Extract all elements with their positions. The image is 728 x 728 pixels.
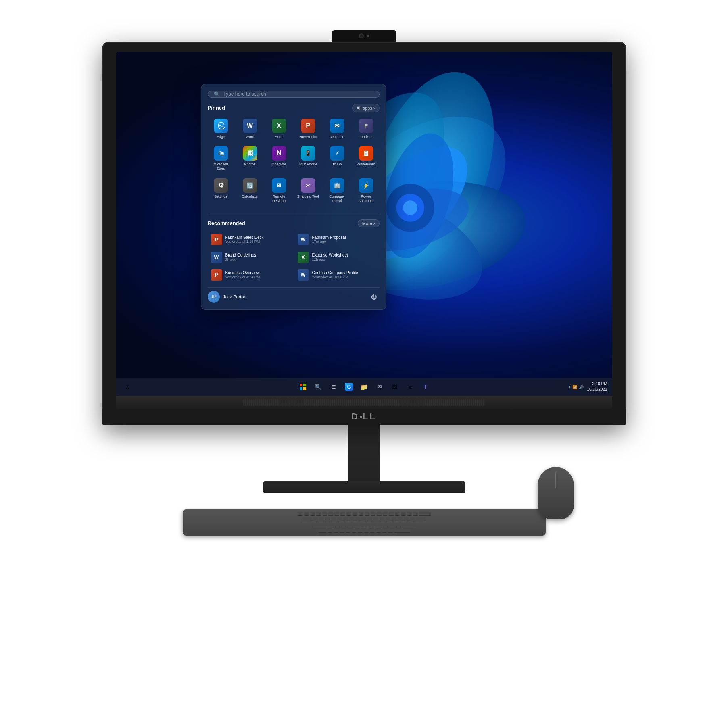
taskbar-chevron-up[interactable]: ∧	[121, 380, 134, 393]
rec-fabrikam-proposal[interactable]: W Fabrikam Proposal 17m ago	[294, 232, 380, 248]
key	[413, 512, 418, 516]
taskbar-mail[interactable]: ✉	[373, 380, 386, 393]
rec-expense[interactable]: X Expense Worksheet 12h ago	[294, 249, 380, 265]
whiteboard-icon: 📋	[359, 146, 373, 161]
rec-brand-guidelines-icon: W	[211, 252, 222, 263]
webcam-bar	[332, 30, 396, 42]
key	[404, 517, 409, 521]
app-phone[interactable]: 📱 Your Phone	[295, 144, 321, 173]
key	[396, 523, 401, 527]
app-rdp[interactable]: 🖥 Remote Desktop	[266, 176, 292, 206]
taskbar-sys-icons: ∧ 📶 🔊	[568, 385, 584, 389]
rec-fabrikam-proposal-info: Fabrikam Proposal 17m ago	[312, 235, 376, 244]
app-automate[interactable]: ⚡ Power Automate	[353, 176, 380, 206]
key	[346, 529, 350, 533]
key	[367, 517, 372, 521]
user-info[interactable]: JP Jack Purton	[208, 291, 246, 303]
key	[355, 517, 360, 521]
taskbar-arrow-icon[interactable]: ∧	[568, 385, 571, 389]
key	[304, 512, 309, 516]
rec-expense-time: 12h ago	[312, 257, 376, 261]
app-todo[interactable]: ✓ To Do	[324, 144, 350, 173]
rec-fabrikam-sales-time: Yesterday at 1:15 PM	[225, 240, 290, 244]
app-excel[interactable]: X Excel	[266, 116, 292, 142]
rec-contoso[interactable]: W Contoso Company Profile Yesterday at 1…	[294, 267, 380, 283]
key-row-2	[189, 517, 540, 521]
key	[382, 529, 387, 533]
key	[331, 517, 336, 521]
mouse[interactable]	[538, 467, 574, 519]
taskbar-windows-button[interactable]	[296, 380, 309, 393]
pinned-grid: Edge W Word X Excel	[208, 116, 380, 206]
app-onenote[interactable]: N OneNote	[266, 144, 292, 173]
rec-fabrikam-proposal-icon: W	[298, 234, 309, 245]
app-word[interactable]: W Word	[237, 116, 263, 142]
user-name: Jack Purton	[223, 294, 246, 299]
key	[365, 512, 369, 516]
automate-icon: ⚡	[359, 178, 373, 193]
app-calc[interactable]: 🔢 Calculator	[237, 176, 263, 206]
app-ppt[interactable]: P PowerPoint	[295, 116, 321, 142]
key	[383, 512, 388, 516]
app-fabrikam[interactable]: F Fabrikam	[353, 116, 380, 142]
key	[303, 517, 312, 521]
key	[313, 517, 318, 521]
key	[319, 517, 324, 521]
app-photos[interactable]: 🖼 Photos	[237, 144, 263, 173]
rec-brand-guidelines-info: Brand Guidelines 2h ago	[225, 253, 290, 261]
key	[376, 529, 381, 533]
key	[359, 512, 363, 516]
key	[373, 517, 378, 521]
rec-business-overview[interactable]: P Business Overview Yesterday at 4:24 PM	[208, 267, 293, 283]
rec-fabrikam-sales[interactable]: P Fabrikam Sales Deck Yesterday at 1:15 …	[208, 232, 293, 248]
user-avatar: JP	[208, 291, 220, 303]
key	[388, 529, 393, 533]
webcam-lens	[359, 33, 364, 38]
key	[358, 529, 363, 533]
key	[352, 529, 357, 533]
key	[389, 512, 394, 516]
key-enter	[416, 517, 426, 521]
app-companyportal[interactable]: 🏢 Company Portal	[324, 176, 350, 206]
fabrikam-icon: F	[359, 119, 373, 133]
app-outlook[interactable]: ✉ Outlook	[324, 116, 350, 142]
key	[407, 512, 412, 516]
app-settings[interactable]: ⚙ Settings	[208, 176, 234, 206]
search-bar[interactable]: 🔍 Type here to search	[208, 91, 380, 98]
key	[364, 529, 369, 533]
keyboard[interactable]	[183, 509, 546, 536]
taskbar-search[interactable]: 🔍	[312, 380, 325, 393]
mouse-scroll-wheel	[555, 472, 556, 488]
outlook-label: Outlook	[331, 135, 343, 139]
taskbar-edge[interactable]	[342, 380, 355, 393]
key	[378, 523, 382, 527]
app-edge[interactable]: Edge	[208, 116, 234, 142]
rec-contoso-info: Contoso Company Profile Yesterday at 10:…	[312, 271, 376, 279]
taskbar-photos[interactable]: 🖼	[388, 380, 401, 393]
all-apps-button[interactable]: All apps ›	[352, 104, 380, 112]
screen: 🔍 Type here to search Pinned All apps › …	[116, 52, 612, 396]
photos-label: Photos	[244, 162, 255, 167]
ppt-icon: P	[301, 119, 315, 133]
settings-icon: ⚙	[214, 178, 228, 193]
scene: 🔍 Type here to search Pinned All apps › …	[82, 42, 647, 687]
taskbar-store[interactable]: 🛍	[404, 380, 417, 393]
pinned-header: Pinned All apps ›	[208, 104, 380, 112]
svg-point-10	[403, 200, 417, 215]
taskbar-teams[interactable]: T	[419, 380, 432, 393]
taskbar-widgets[interactable]: ☰	[327, 380, 340, 393]
rec-brand-guidelines[interactable]: W Brand Guidelines 2h ago	[208, 249, 293, 265]
app-snip[interactable]: ✂ Snipping Tool	[295, 176, 321, 206]
more-button[interactable]: More ›	[358, 219, 380, 227]
taskbar-explorer[interactable]: 📁	[358, 380, 371, 393]
todo-icon: ✓	[330, 146, 344, 161]
key	[361, 517, 366, 521]
app-store[interactable]: 🛍 Microsoft Store	[208, 144, 234, 173]
rec-expense-name: Expense Worksheet	[312, 253, 376, 257]
power-button[interactable]: ⏻	[368, 291, 380, 302]
key	[340, 512, 345, 516]
key	[386, 517, 390, 521]
app-whiteboard[interactable]: 📋 Whiteboard	[353, 144, 380, 173]
svg-rect-11	[300, 384, 302, 386]
taskbar-time[interactable]: 2:10 PM 10/20/2021	[587, 381, 607, 392]
